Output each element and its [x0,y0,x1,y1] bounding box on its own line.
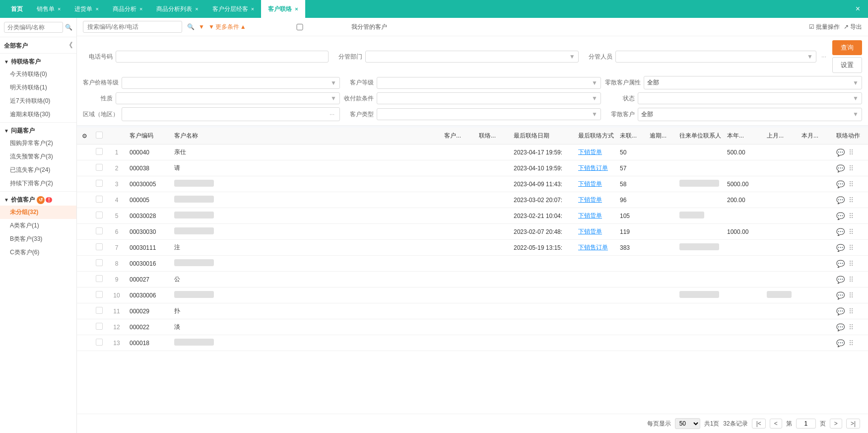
td-last-way[interactable]: 下销售订单 [575,160,617,176]
payment-select[interactable]: ▼ [377,92,601,104]
my-customers-checkbox[interactable] [250,24,349,30]
th-contact[interactable]: 联络... [476,128,511,144]
th-name[interactable]: 客户名称 [171,128,441,144]
first-page-button[interactable]: |< [752,419,766,429]
status-select[interactable]: ▼ [638,92,862,104]
row-checkbox[interactable] [96,196,103,203]
last-page-button[interactable]: >| [846,419,860,429]
region-more-button[interactable]: ··· [328,110,336,119]
tab-sales[interactable]: 销售单 × [30,0,67,18]
chat-action-icon[interactable]: 💬 [836,307,845,315]
next-page-button[interactable]: > [830,419,842,429]
td-checkbox[interactable] [92,288,107,303]
more-action-icon[interactable]: ⠿ [849,148,854,156]
tab-customer-segment[interactable]: 客户分层经客 × [205,0,261,18]
my-customers-checkbox-label[interactable]: 我分管的客户 [250,23,387,31]
row-checkbox[interactable] [96,148,103,155]
chat-action-icon[interactable]: 💬 [836,148,845,156]
tab-product-analysis-list[interactable]: 商品分析列表 × [149,0,205,18]
chat-action-icon[interactable]: 💬 [836,276,845,284]
th-settings[interactable]: ⚙ [77,128,92,144]
chat-action-icon[interactable]: 💬 [836,244,845,252]
sidebar-item-overdue[interactable]: 逾期未联络(30) [0,108,76,121]
th-last-way[interactable]: 最后联络方式 [575,128,617,144]
sidebar-item-ungrouped[interactable]: 未分组(32) [0,206,76,219]
search-input[interactable] [83,21,182,33]
more-action-icon[interactable]: ⠿ [849,307,854,315]
row-checkbox[interactable] [96,180,103,187]
all-customers-header[interactable]: 全部客户 《 [0,37,76,52]
th-last-month[interactable]: 上月... [764,128,799,144]
td-last-way[interactable]: 下销货单 [575,224,617,240]
th-type[interactable]: 客户... [441,128,476,144]
tab-home[interactable]: 首页 [4,0,30,18]
region-select[interactable]: ··· [122,107,340,121]
td-checkbox[interactable] [92,240,107,256]
th-overdue[interactable]: 逾期... [647,128,676,144]
close-purchase-tab[interactable]: × [95,6,98,12]
retail-select[interactable]: 全部 ▼ [638,108,862,121]
td-checkbox[interactable] [92,256,107,272]
reset-button[interactable]: 设置 [832,57,862,73]
tab-purchase[interactable]: 进货单 × [67,0,105,18]
customer-grade-select[interactable]: ▼ [377,77,601,89]
td-last-way[interactable] [575,288,617,303]
sidebar-category-pending[interactable]: ▼ 待联络客户 [0,55,76,68]
more-action-icon[interactable]: ⠿ [849,323,854,331]
customer-type-select[interactable]: ▼ [377,108,601,120]
sidebar-item-typeC[interactable]: C类客户(6) [0,246,76,259]
chat-action-icon[interactable]: 💬 [836,323,845,331]
search-button[interactable]: 🔍 [187,23,195,30]
last-way-link[interactable]: 下销货单 [578,228,602,235]
row-checkbox[interactable] [96,307,103,314]
td-checkbox[interactable] [92,208,107,224]
more-action-icon[interactable]: ⠿ [849,291,854,299]
more-action-icon[interactable]: ⠿ [849,339,854,347]
sidebar-item-abnormal[interactable]: 囤购异常客户(2) [0,137,76,150]
row-checkbox[interactable] [96,212,103,218]
more-action-icon[interactable]: ⠿ [849,196,854,204]
more-action-icon[interactable]: ⠿ [849,276,854,284]
row-checkbox[interactable] [96,323,103,330]
more-action-icon[interactable]: ⠿ [849,212,854,220]
sidebar-item-churned[interactable]: 已流失客户(24) [0,163,76,177]
td-last-way[interactable]: 下销货单 [575,176,617,192]
td-checkbox[interactable] [92,144,107,160]
row-checkbox[interactable] [96,275,103,282]
close-product-analysis-tab[interactable]: × [139,6,142,12]
sidebar-item-typeB[interactable]: B类客户(33) [0,232,76,246]
sidebar-category-value[interactable]: ▼ 价值客户 ↺ ! [0,193,76,206]
chat-action-icon[interactable]: 💬 [836,212,845,220]
retail-attr-select[interactable]: 全部 ▼ [644,76,862,89]
th-unit-contact[interactable]: 往来单位联系人 [676,128,724,144]
export-button[interactable]: ↗ 导出 [844,23,862,31]
last-way-link[interactable]: 下销售订单 [578,244,608,251]
last-way-link[interactable]: 下销售订单 [578,164,608,171]
per-page-select[interactable]: 50 100 200 [675,418,700,429]
close-customer-contact-tab[interactable]: × [295,6,298,12]
tab-customer-contact[interactable]: 客户联络 × [261,0,305,18]
last-way-link[interactable]: 下销货单 [578,180,602,187]
chat-action-icon[interactable]: 💬 [836,180,845,188]
last-way-link[interactable]: 下销货单 [578,196,602,203]
more-action-icon[interactable]: ⠿ [849,228,854,236]
chat-action-icon[interactable]: 💬 [836,260,845,268]
category-search-input[interactable] [4,22,63,33]
chat-action-icon[interactable]: 💬 [836,196,845,204]
sidebar-item-declining[interactable]: 持续下滑客户(2) [0,177,76,190]
td-checkbox[interactable] [92,335,107,351]
chat-action-icon[interactable]: 💬 [836,228,845,236]
prev-page-button[interactable]: < [770,419,782,429]
last-way-link[interactable]: 下销货单 [578,212,602,219]
chat-action-icon[interactable]: 💬 [836,339,845,347]
close-customer-segment-tab[interactable]: × [251,6,254,12]
page-input[interactable] [796,419,816,429]
category-search-icon[interactable]: 🔍 [65,24,72,31]
td-checkbox[interactable] [92,303,107,319]
tab-product-analysis[interactable]: 商品分析 × [106,0,149,18]
sidebar-item-typeA[interactable]: A类客户(1) [0,219,76,232]
th-last-date[interactable]: 最后联络日期 [511,128,575,144]
chat-action-icon[interactable]: 💬 [836,291,845,299]
row-checkbox[interactable] [96,291,103,298]
td-last-way[interactable]: 下销货单 [575,192,617,208]
